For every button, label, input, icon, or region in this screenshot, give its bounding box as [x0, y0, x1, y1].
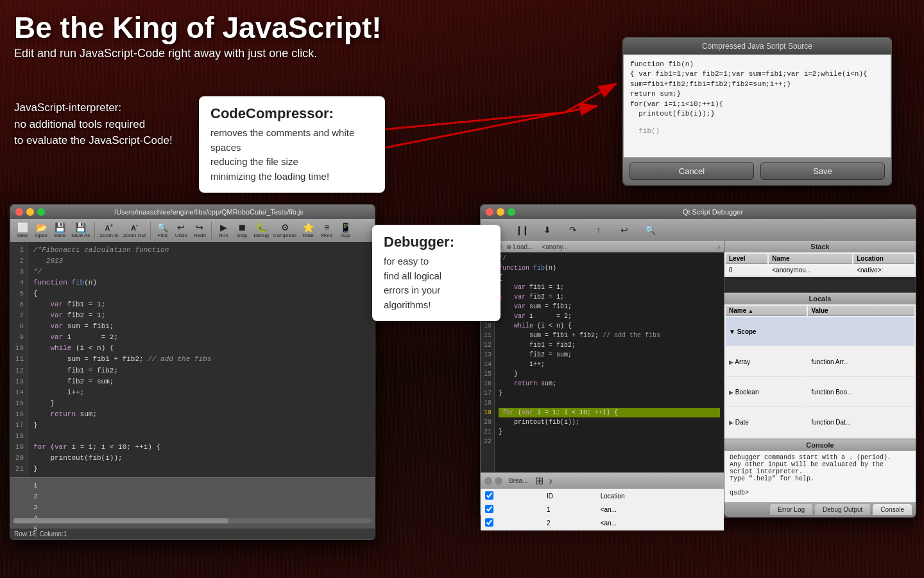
compressed-code-line: for(var i=1;i<10;++i){: [630, 100, 884, 109]
toolbar-compress[interactable]: ⚙ Compress: [272, 222, 298, 239]
minimize-button[interactable]: [26, 208, 34, 216]
toolbar-save-label: Save: [54, 232, 65, 238]
bp-check[interactable]: [482, 517, 542, 529]
dbg-step-over-button[interactable]: ↷: [564, 222, 582, 238]
toolbar-stop-label: Stop: [237, 232, 247, 238]
editor-titlebar: /Users/maxschlee/engine/libs/cpp/QMRoboC…: [10, 205, 375, 219]
close-button[interactable]: [15, 208, 23, 216]
dbg-nav-arrow[interactable]: ›: [718, 243, 720, 250]
debugger-maximize-button[interactable]: [508, 208, 515, 216]
debugger-window: Qt Script Debugger ▶ ❙❙ ⬇ ↷ ↑ ↩ 🔍 ⊕ Load…: [480, 204, 916, 518]
stack-location: <native>:: [853, 265, 914, 276]
console-tabs: Error Log Debug Output Console: [724, 502, 916, 517]
debugger-main: ⊕ Load... <anony... › 345678910111213141…: [481, 241, 916, 517]
toolbar-saveas[interactable]: 💾 Save As: [70, 222, 91, 239]
rate-icon: ⭐: [303, 223, 314, 232]
toolbar-compress-label: Compress: [273, 232, 296, 238]
console-tab-console[interactable]: Console: [873, 504, 912, 515]
toolbar-open[interactable]: 📂 Open: [33, 222, 49, 239]
compressed-code-line: function fib(n): [630, 60, 884, 69]
toolbar-rate-label: Rate: [303, 232, 314, 238]
toolbar-more-label: More: [321, 232, 332, 238]
dbg-load-label: ⊕ Load...: [506, 243, 533, 250]
toolbar-more[interactable]: ≡ More: [318, 222, 335, 239]
dbg-code-content[interactable]: */ function fib(n) { var fib1 = 1; var f…: [495, 252, 724, 472]
bp-check[interactable]: [482, 490, 542, 502]
scope-label: ▼ Scope: [726, 317, 914, 346]
compressed-title: Compressed Java Script Source: [629, 42, 885, 51]
bp-dot1[interactable]: [484, 477, 492, 485]
debugger-title: Qt Script Debugger: [515, 208, 911, 216]
saveas-icon: 💾: [75, 223, 86, 232]
stack-col-level: Level: [726, 254, 767, 264]
toolbar-new[interactable]: ⬜ New: [14, 222, 31, 239]
toolbar-app[interactable]: 📱 App: [337, 222, 354, 239]
debugger-close-button[interactable]: [486, 208, 493, 216]
cancel-button[interactable]: Cancel: [629, 162, 754, 180]
toolbar-rate[interactable]: ⭐ Rate: [300, 222, 316, 239]
code-area[interactable]: /*Fibonacci calculation function 2013 */…: [28, 242, 375, 477]
compressed-code-line: { var fib1=1;var fib2=1;var sum=fib1;var…: [630, 69, 884, 79]
console-panel: Console Debugger commands start with a .…: [724, 439, 916, 517]
bp-dot-buttons: [484, 477, 502, 485]
bp-nav-icon2[interactable]: ›: [549, 475, 552, 487]
header-section: Be the King of JavaScript! Edit and run …: [14, 12, 382, 60]
compressed-code-line: return sum;}: [630, 89, 884, 99]
toolbar-zoomin[interactable]: A+ Zoom In: [98, 222, 119, 239]
toolbar-stop[interactable]: ⏹ Stop: [234, 222, 250, 239]
toolbar-save[interactable]: 💾 Save: [51, 222, 68, 239]
compressed-code-line: printout(fib(i));}: [630, 109, 884, 119]
locals-col-name: Name ▲: [726, 306, 807, 316]
compressor-callout-title: CodeCompressor:: [210, 105, 373, 122]
find-icon: 🔍: [157, 223, 168, 232]
toolbar-debug[interactable]: 🐛 Debug: [252, 222, 270, 239]
dbg-anon-label: <anony...: [542, 243, 568, 250]
toolbar-undo[interactable]: ↩ Undo: [173, 222, 189, 239]
toolbar-new-label: New: [17, 232, 28, 238]
dbg-return-button[interactable]: ↩: [615, 222, 633, 238]
locals-name-date: ▶ Date: [726, 408, 807, 437]
locals-panel: Locals Name ▲ Value ▼ Scope ▶ Array: [724, 292, 916, 439]
toolbar-zoomout[interactable]: A- Zoom Out: [122, 222, 148, 239]
console-tab-debugoutput[interactable]: Debug Output: [815, 504, 870, 515]
toolbar-run[interactable]: ▶ Run: [215, 222, 232, 239]
console-body[interactable]: Debugger commands start with a . (period…: [724, 451, 916, 502]
editor-body: 123456789101112131415161718192021 /*Fibo…: [10, 242, 375, 477]
maximize-button[interactable]: [37, 208, 45, 216]
bp-dot2[interactable]: [495, 477, 502, 485]
bp-row: ID Location: [482, 490, 723, 502]
stack-panel: Stack Level Name Location 0 <anonymou...: [724, 241, 916, 292]
console-tab-errorlog[interactable]: Error Log: [770, 504, 812, 515]
stack-row: 0 <anonymou... <native>:: [726, 265, 914, 276]
toolbar-saveas-label: Save As: [71, 232, 90, 238]
left-desc-line3: to evaluate the JavaScript-Code!: [14, 132, 173, 149]
locals-header: Locals: [724, 293, 916, 304]
compressed-content: function fib(n) { var fib1=1;var fib2=1;…: [623, 55, 891, 157]
dbg-inspect-button[interactable]: 🔍: [641, 222, 659, 238]
save-button[interactable]: Save: [760, 162, 885, 180]
debugger-minimize-button[interactable]: [497, 208, 504, 216]
dbg-step-into-button[interactable]: ⬇: [538, 222, 556, 238]
bp-header: Brea... ⊞ ›: [481, 473, 724, 489]
dbg-pause-button[interactable]: ❙❙: [513, 222, 531, 238]
horizontal-scrollbar[interactable]: [13, 518, 372, 523]
bp-loc-val: <an...: [597, 517, 723, 529]
bp-check[interactable]: [482, 504, 542, 516]
stack-level: 0: [726, 265, 767, 276]
open-icon: 📂: [36, 223, 47, 232]
stack-col-name: Name: [769, 254, 852, 264]
zoomin-icon: A+: [105, 223, 113, 232]
debugger-traffic-lights: [486, 208, 515, 216]
locals-name-boolean: ▶ Boolean: [726, 378, 807, 407]
locals-col-value: Value: [808, 306, 914, 316]
bp-nav-icon[interactable]: ⊞: [535, 475, 543, 487]
dbg-step-out-button[interactable]: ↑: [590, 222, 608, 238]
toolbar-redo[interactable]: ↪ Redo: [191, 222, 208, 239]
toolbar-zoomin-label: Zoom In: [99, 232, 118, 238]
editor-title: /Users/maxschlee/engine/libs/cpp/QMRoboC…: [48, 208, 370, 216]
toolbar-app-label: App: [341, 232, 350, 238]
bp-location-header: Location: [597, 490, 723, 502]
bp-row: 1 <an...: [482, 504, 723, 516]
toolbar-find[interactable]: 🔍 Find: [154, 222, 171, 239]
run-icon: ▶: [220, 223, 227, 232]
